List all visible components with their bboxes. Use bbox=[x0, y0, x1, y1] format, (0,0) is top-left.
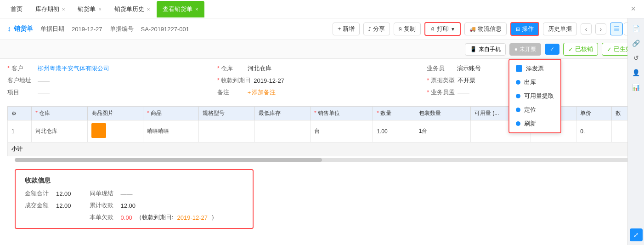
col-warehouse: 仓库 bbox=[32, 107, 87, 120]
scrollbar-thumb bbox=[15, 158, 322, 162]
no-label: 单据编号 bbox=[110, 25, 134, 33]
tab-view-sales-close[interactable]: × bbox=[195, 6, 198, 12]
address-group: 客户地址 —— bbox=[7, 76, 217, 85]
address-value: —— bbox=[38, 77, 50, 84]
staff2-label: 业务员孟 bbox=[427, 88, 455, 97]
row-product: 嘻嘻嘻嘻 bbox=[143, 120, 198, 142]
logistics-icon: 🚚 bbox=[469, 26, 476, 32]
sidebar-doc-button[interactable]: 📄 bbox=[630, 22, 643, 35]
note-label: 备注 bbox=[217, 88, 245, 97]
ticket-label: 票据类型 bbox=[427, 76, 455, 85]
table-scrollbar[interactable] bbox=[15, 158, 629, 162]
outbound-icon bbox=[516, 80, 520, 85]
date-value: 2019-12-27 bbox=[72, 26, 102, 33]
col-img: 商品图片 bbox=[87, 107, 143, 120]
add-note-button[interactable]: + 添加备注 bbox=[248, 88, 276, 97]
tab-inventory[interactable]: 库存期初 × bbox=[29, 1, 71, 17]
sidebar-expand-button[interactable]: ⤢ bbox=[630, 228, 643, 241]
operation-icon: ⊞ bbox=[516, 26, 520, 32]
staff-label: 业务员 bbox=[427, 64, 454, 73]
share-icon: ⤴ bbox=[368, 26, 371, 32]
doc-header: ↕ 销货单 单据日期 2019-12-27 单据编号 SA-20191227-0… bbox=[0, 18, 644, 40]
tab-view-sales-label: 查看销货单 bbox=[163, 5, 192, 13]
window-close-button[interactable]: × bbox=[627, 4, 639, 14]
dropdown-refresh[interactable]: 刷新 bbox=[509, 117, 560, 131]
staff2-value: —— bbox=[458, 89, 469, 96]
staff-value: 演示账号 bbox=[457, 64, 481, 73]
doc-meta: 单据日期 2019-12-27 单据编号 SA-20191227-001 bbox=[40, 25, 189, 33]
col-product: 商品 bbox=[143, 107, 198, 120]
cumulative-item: 累计收款 12.00 bbox=[90, 201, 217, 210]
sidebar-chart-button[interactable]: 📊 bbox=[630, 81, 643, 94]
deal-value: 12.00 bbox=[56, 202, 71, 209]
deal-label: 成交金额 bbox=[25, 201, 52, 210]
check-button[interactable]: ✓ bbox=[545, 44, 559, 55]
payment-container: 收款信息 金额合计 12.00 成交金额 12.00 同单现结 —— bbox=[0, 164, 644, 240]
dropdown-available[interactable]: 可用量提取 bbox=[509, 89, 560, 103]
check-icon: ✓ bbox=[550, 46, 554, 52]
payment-title: 收款信息 bbox=[25, 177, 243, 185]
tab-view-sales[interactable]: 查看销货单 × bbox=[157, 1, 204, 17]
print-button[interactable]: 🖨 打印 ▼ bbox=[424, 22, 461, 36]
tab-home[interactable]: 首页 bbox=[5, 1, 28, 17]
not-open-button[interactable]: ● 未开票 bbox=[509, 43, 541, 56]
warehouse-group: 仓库 河北仓库 bbox=[217, 64, 427, 73]
ticket-icon: ● bbox=[514, 46, 518, 52]
action-bar: 📱 来自手机 ● 未开票 ✓ ✓ 已核销 ✓ 已生效 bbox=[0, 40, 644, 59]
sold-button[interactable]: ✓ 已核销 bbox=[563, 43, 598, 56]
print-dropdown-arrow: ▼ bbox=[451, 27, 455, 32]
cumulative-value: 12.00 bbox=[121, 202, 136, 209]
sidebar-user-button[interactable]: 👤 bbox=[630, 66, 643, 79]
owe-paren-close: ） bbox=[211, 213, 217, 222]
tab-inventory-label: 库存期初 bbox=[35, 5, 59, 13]
row-spec bbox=[199, 120, 254, 142]
row-warehouse: 河北仓库 bbox=[32, 120, 87, 142]
locate-icon bbox=[516, 108, 520, 112]
tab-sales[interactable]: 销货单 × bbox=[72, 1, 107, 17]
tab-sales-close[interactable]: × bbox=[98, 6, 101, 12]
copy-button[interactable]: ⎘ 复制 bbox=[394, 23, 421, 35]
share-button[interactable]: ⤴ 分享 bbox=[363, 23, 390, 35]
tab-inventory-close[interactable]: × bbox=[62, 6, 65, 12]
owe-item: 本单欠款 0.00 （收款到期日: 2019-12-27 ） bbox=[90, 213, 217, 222]
due-date-group: 收款到期日 2019-12-27 bbox=[217, 76, 427, 85]
sidebar-refresh-button[interactable]: ↺ bbox=[630, 51, 643, 64]
dropdown-outbound[interactable]: 出库 bbox=[509, 75, 560, 89]
dropdown-locate[interactable]: 定位 bbox=[509, 103, 560, 117]
project-group: 项目 —— bbox=[7, 88, 217, 97]
address-label: 客户地址 bbox=[7, 76, 35, 85]
effective-icon: ✓ bbox=[607, 46, 612, 53]
payment-rows: 金额合计 12.00 成交金额 12.00 同单现结 —— 累计收款 bbox=[25, 189, 243, 222]
logistics-button[interactable]: 🚚 物流信息 bbox=[464, 23, 507, 35]
history-button[interactable]: 历史单据 bbox=[543, 23, 577, 35]
same-order-value: —— bbox=[121, 190, 133, 197]
next-button[interactable]: › bbox=[595, 23, 606, 34]
tab-history[interactable]: 销货单历史 × bbox=[108, 1, 156, 17]
dropdown-add-invoice[interactable]: 添发票 bbox=[509, 62, 560, 75]
operation-button[interactable]: ⊞ 操作 bbox=[510, 22, 539, 36]
plus-icon: + bbox=[248, 89, 251, 96]
col-unit: 销售单位 bbox=[310, 107, 373, 120]
no-value: SA-20191227-001 bbox=[141, 26, 190, 33]
total-amount-item: 金额合计 12.00 bbox=[25, 189, 71, 198]
total-label: 金额合计 bbox=[25, 189, 52, 198]
new-button[interactable]: + 新增 bbox=[333, 23, 360, 35]
col-spec: 规格型号 bbox=[199, 107, 254, 120]
sold-icon: ✓ bbox=[568, 46, 573, 53]
sidebar-link-button[interactable]: 🔗 bbox=[630, 37, 643, 50]
col-min-stock: 最低库存 bbox=[254, 107, 310, 120]
customer-label: 客户 bbox=[7, 64, 35, 73]
customer-value[interactable]: 柳州粤港平安气体有限公司 bbox=[38, 64, 109, 73]
col-settings[interactable]: ⚙ bbox=[8, 107, 32, 120]
view-list-button[interactable]: ☰ bbox=[610, 23, 623, 35]
print-icon: 🖨 bbox=[430, 26, 435, 32]
from-phone-button[interactable]: 📱 来自手机 bbox=[465, 43, 506, 56]
add-invoice-icon bbox=[516, 65, 522, 72]
doc-title-section: ↕ 销货单 bbox=[7, 25, 33, 33]
cumulative-label: 累计收款 bbox=[90, 201, 117, 210]
due-date-value: 2019-12-27 bbox=[254, 77, 284, 84]
payment-section: 收款信息 金额合计 12.00 成交金额 12.00 同单现结 —— bbox=[15, 169, 254, 229]
tab-history-close[interactable]: × bbox=[147, 6, 150, 12]
prev-button[interactable]: ‹ bbox=[581, 23, 592, 34]
doc-title-label: 销货单 bbox=[14, 25, 33, 33]
